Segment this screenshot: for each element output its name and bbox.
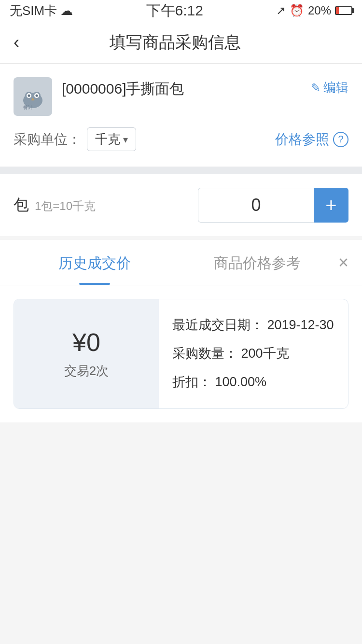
product-name-area: [0000006]手撕面包 xyxy=(62,77,184,99)
tabs-section: 历史成交价 商品价格参考 × ¥0 交易2次 最近成交日期： 2019-12-3… xyxy=(0,240,362,422)
back-button[interactable]: ‹ xyxy=(14,34,19,51)
edit-icon: ✎ xyxy=(311,81,320,95)
quantity-conversion: 1包=10千克 xyxy=(35,198,96,214)
quantity-label: 包 1包=10千克 xyxy=(14,195,96,216)
price-trade-count: 交易2次 xyxy=(64,363,109,379)
edit-button[interactable]: ✎ 编辑 xyxy=(311,77,348,96)
status-right: ↗ ⏰ 20% xyxy=(276,4,352,17)
quantity-plus-button[interactable]: + xyxy=(314,188,348,223)
status-signal: 无SIM卡 ☁ xyxy=(10,2,73,19)
status-bar: 无SIM卡 ☁ 下午6:12 ↗ ⏰ 20% xyxy=(0,0,362,21)
price-discount-row: 折扣： 100.00% xyxy=(172,372,334,392)
price-discount-label: 折扣： xyxy=(172,375,211,389)
unit-label: 采购单位： xyxy=(14,130,81,149)
quantity-row: 包 1包=10千克 0 + xyxy=(0,174,362,236)
price-reference-button[interactable]: 价格参照 ? xyxy=(275,130,348,149)
svg-point-5 xyxy=(28,95,30,97)
tab-history-label: 历史成交价 xyxy=(58,255,131,271)
product-card: 餐计 [0000006]手撕面包 ✎ 编辑 采购单位： 千克 ▾ 价格参照 ? xyxy=(0,64,362,167)
product-name: [0000006]手撕面包 xyxy=(62,81,184,97)
product-thumbnail: 餐计 xyxy=(14,77,52,116)
price-record-right: 最近成交日期： 2019-12-30 采购数量： 200千克 折扣： 100.0… xyxy=(159,299,348,408)
price-quantity-row: 采购数量： 200千克 xyxy=(172,343,334,364)
status-time: 下午6:12 xyxy=(146,1,203,21)
tab-reference-label: 商品价格参考 xyxy=(214,255,301,271)
product-unit-row: 采购单位： 千克 ▾ 价格参照 ? xyxy=(14,127,348,151)
close-button[interactable]: × xyxy=(338,246,348,279)
price-date-row: 最近成交日期： 2019-12-30 xyxy=(172,315,334,336)
edit-label: 编辑 xyxy=(323,79,348,96)
unit-select[interactable]: 千克 ▾ xyxy=(87,127,136,151)
price-record-left: ¥0 交易2次 xyxy=(14,299,159,408)
product-logo-icon: 餐计 xyxy=(18,82,47,111)
price-ref-label: 价格参照 xyxy=(275,130,329,149)
price-date-label: 最近成交日期： xyxy=(172,318,264,332)
section-divider xyxy=(0,167,362,174)
quantity-unit: 包 xyxy=(14,195,29,216)
history-content: ¥0 交易2次 最近成交日期： 2019-12-30 采购数量： 200千克 折… xyxy=(0,285,362,422)
price-date-value: 2019-12-30 xyxy=(267,318,334,332)
quantity-value: 0 xyxy=(251,195,261,215)
help-icon: ? xyxy=(333,132,348,147)
price-amount: ¥0 xyxy=(72,328,100,357)
main-content xyxy=(0,422,362,644)
battery-icon xyxy=(335,6,352,15)
tab-history-price[interactable]: 历史成交价 xyxy=(14,240,176,285)
price-record-card: ¥0 交易2次 最近成交日期： 2019-12-30 采购数量： 200千克 折… xyxy=(14,299,348,409)
product-header: 餐计 [0000006]手撕面包 ✎ 编辑 xyxy=(14,77,348,116)
svg-point-6 xyxy=(36,95,38,97)
quantity-input[interactable]: 0 xyxy=(198,188,314,223)
product-info: 餐计 [0000006]手撕面包 xyxy=(14,77,184,116)
price-discount-value: 100.00% xyxy=(215,375,267,389)
alarm-icon: ⏰ xyxy=(290,4,304,17)
location-icon: ↗ xyxy=(276,4,286,17)
tab-price-reference[interactable]: 商品价格参考 xyxy=(176,240,338,285)
svg-text:餐计: 餐计 xyxy=(23,105,33,110)
unit-value: 千克 xyxy=(95,131,120,148)
battery-percent: 20% xyxy=(308,4,331,17)
chevron-down-icon: ▾ xyxy=(123,134,128,145)
price-quantity-label: 采购数量： xyxy=(172,346,237,361)
quantity-input-area: 0 + xyxy=(198,188,348,223)
tabs-header: 历史成交价 商品价格参考 × xyxy=(0,240,362,285)
page-title: 填写商品采购信息 xyxy=(29,31,321,54)
nav-bar: ‹ 填写商品采购信息 xyxy=(0,21,362,64)
price-quantity-value: 200千克 xyxy=(241,346,289,361)
